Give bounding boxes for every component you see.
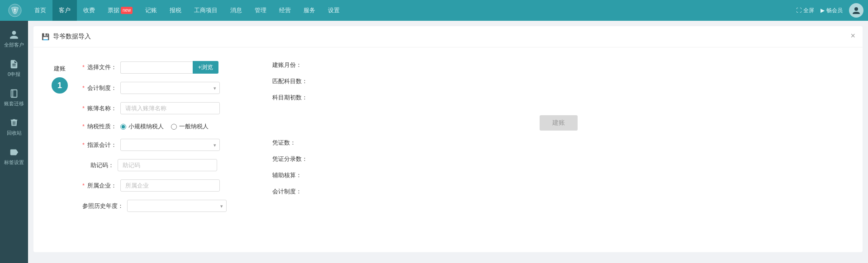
sidebar-label-zero-declaration: 0申报 bbox=[8, 71, 20, 78]
nav-item-customers[interactable]: 客户 bbox=[52, 0, 77, 21]
tax-radio-small[interactable] bbox=[120, 124, 126, 130]
nav-item-home[interactable]: 首页 bbox=[28, 0, 52, 21]
sidebar-label-recycle-bin: 回收站 bbox=[7, 130, 22, 136]
ledger-name-input[interactable] bbox=[120, 102, 220, 114]
history-year-select[interactable] bbox=[127, 200, 227, 212]
assign-accountant-label: * 指派会计： bbox=[82, 141, 117, 149]
form-left: 建账 1 * 选择文件： +浏览 bbox=[52, 61, 245, 220]
nav-item-business[interactable]: 工商项目 bbox=[188, 0, 224, 21]
step-label: 建账 bbox=[54, 65, 66, 73]
sidebar-item-zero-declaration[interactable]: 0申报 bbox=[0, 55, 28, 82]
build-button[interactable]: 建账 bbox=[540, 115, 578, 131]
nav-item-management[interactable]: 管理 bbox=[248, 0, 273, 21]
fullscreen-icon: ⛶ bbox=[796, 7, 802, 14]
voucher-count-label: 凭证数： bbox=[272, 139, 313, 147]
form-body: 建账 1 * 选择文件： +浏览 bbox=[33, 47, 863, 234]
logo bbox=[5, 0, 25, 21]
build-btn-wrap: 建账 bbox=[272, 111, 844, 131]
required-star: * bbox=[82, 64, 85, 70]
browse-button[interactable]: +浏览 bbox=[193, 61, 219, 74]
top-nav: 首页 客户 收费 票据 new 记账 报税 工商项目 消息 管理 经营 服务 设… bbox=[0, 0, 868, 21]
ledger-name-row: * 账簿名称： bbox=[82, 102, 245, 114]
required-star-6: * bbox=[82, 182, 85, 189]
sidebar-label-label-settings: 标签设置 bbox=[4, 159, 24, 166]
step-badge: 1 bbox=[52, 77, 68, 94]
history-year-label: 参照历史年度： bbox=[82, 202, 123, 210]
info-row-match-subjects: 匹配科目数： bbox=[272, 77, 844, 85]
file-row: * 选择文件： +浏览 bbox=[82, 61, 245, 74]
member-btn[interactable]: ▶ 畅会员 bbox=[821, 7, 843, 14]
file-input-group: +浏览 bbox=[120, 61, 219, 74]
sidebar-item-label-settings[interactable]: 标签设置 bbox=[0, 143, 28, 170]
accounting-system-row: * 会计制度： ▾ bbox=[82, 82, 245, 94]
memo-code-label: 助记码： bbox=[82, 161, 114, 169]
panel: 💾 导爷数据导入 × 建账 1 * 选择文件 bbox=[33, 26, 863, 252]
file-label: * 选择文件： bbox=[82, 63, 117, 71]
content-area: 💾 导爷数据导入 × 建账 1 * 选择文件 bbox=[28, 21, 868, 263]
aux-accounting-label: 辅助核算： bbox=[272, 171, 313, 179]
initial-subjects-label: 科目期初数： bbox=[272, 94, 313, 102]
company-input[interactable] bbox=[120, 179, 220, 192]
voucher-entries-label: 凭证分录数： bbox=[272, 155, 313, 163]
main-layout: 全部客户 0申报 账套迁移 回收站 标签设置 💾 导爷数据导入 × bbox=[0, 21, 868, 263]
nav-item-bookkeeping[interactable]: 记账 bbox=[139, 0, 163, 21]
required-star-2: * bbox=[82, 85, 85, 91]
history-year-select-wrap: ▾ bbox=[127, 200, 227, 212]
fullscreen-btn[interactable]: ⛶ 全屏 bbox=[796, 7, 814, 14]
info-row-build-month: 建账月份： bbox=[272, 61, 844, 69]
company-row: * 所属企业： bbox=[82, 179, 245, 192]
assign-accountant-select-wrap: ▾ bbox=[120, 139, 220, 151]
nav-item-billing[interactable]: 收费 bbox=[77, 0, 101, 21]
panel-header: 💾 导爷数据导入 bbox=[33, 26, 863, 47]
nav-item-services[interactable]: 服务 bbox=[297, 0, 322, 21]
accounting-system-select[interactable] bbox=[120, 82, 220, 94]
tax-label-general: 一般纳税人 bbox=[179, 122, 209, 131]
ledger-name-label: * 账簿名称： bbox=[82, 104, 117, 113]
topnav-right: ⛶ 全屏 ▶ 畅会员 bbox=[796, 3, 863, 18]
panel-title: 导爷数据导入 bbox=[53, 33, 91, 41]
info-row-aux-accounting: 辅助核算： bbox=[272, 171, 844, 179]
form-right: 建账月份： 匹配科目数： 科目期初数： 建账 凭证 bbox=[245, 61, 844, 220]
tax-nature-radio-group: 小规模纳税人 一般纳税人 bbox=[120, 122, 209, 131]
tax-radio-general[interactable] bbox=[171, 124, 177, 130]
svg-point-1 bbox=[854, 7, 858, 11]
company-label: * 所属企业： bbox=[82, 182, 117, 190]
info-row-voucher-count: 凭证数： bbox=[272, 139, 844, 147]
build-month-label: 建账月份： bbox=[272, 61, 313, 69]
match-subjects-label: 匹配科目数： bbox=[272, 77, 313, 85]
file-input[interactable] bbox=[120, 61, 193, 74]
history-year-row: 参照历史年度： ▾ bbox=[82, 200, 245, 212]
new-badge: new bbox=[121, 7, 133, 14]
sidebar-item-recycle-bin[interactable]: 回收站 bbox=[0, 113, 28, 141]
nav-item-operations[interactable]: 经营 bbox=[273, 0, 297, 21]
right-accounting-system-label: 会计制度： bbox=[272, 188, 313, 196]
accounting-system-label: * 会计制度： bbox=[82, 84, 117, 92]
sidebar-item-all-clients[interactable]: 全部客户 bbox=[0, 25, 28, 53]
info-row-accounting-system: 会计制度： bbox=[272, 188, 844, 196]
avatar[interactable] bbox=[849, 3, 863, 18]
nav-items: 首页 客户 收费 票据 new 记账 报税 工商项目 消息 管理 经营 服务 设… bbox=[28, 0, 796, 21]
memo-code-input[interactable] bbox=[118, 159, 217, 171]
nav-item-settings[interactable]: 设置 bbox=[322, 0, 346, 21]
sidebar-label-all-clients: 全部客户 bbox=[4, 42, 24, 48]
tax-nature-row: * 纳税性质： 小规模纳税人 一般纳税人 bbox=[82, 122, 245, 131]
required-star-5: * bbox=[82, 141, 85, 148]
memo-code-row: 助记码： bbox=[82, 159, 245, 171]
tax-option-general[interactable]: 一般纳税人 bbox=[171, 122, 209, 131]
nav-item-tax[interactable]: 报税 bbox=[163, 0, 188, 21]
tax-label-small: 小规模纳税人 bbox=[128, 122, 164, 131]
sidebar: 全部客户 0申报 账套迁移 回收站 标签设置 bbox=[0, 21, 28, 263]
assign-accountant-select[interactable] bbox=[120, 139, 220, 151]
form-fields: * 选择文件： +浏览 * 会计制度： bbox=[82, 61, 245, 220]
play-icon: ▶ bbox=[821, 7, 825, 14]
tax-nature-label: * 纳税性质： bbox=[82, 122, 117, 131]
close-button[interactable]: × bbox=[850, 32, 855, 40]
required-star-4: * bbox=[82, 123, 85, 130]
sidebar-label-ledger-migration: 账套迁移 bbox=[4, 100, 24, 107]
info-row-initial-subjects: 科目期初数： bbox=[272, 94, 844, 102]
import-icon: 💾 bbox=[42, 33, 49, 40]
sidebar-item-ledger-migration[interactable]: 账套迁移 bbox=[0, 84, 28, 112]
nav-item-invoice[interactable]: 票据 new bbox=[101, 0, 139, 21]
tax-option-small[interactable]: 小规模纳税人 bbox=[120, 122, 164, 131]
nav-item-message[interactable]: 消息 bbox=[224, 0, 248, 21]
